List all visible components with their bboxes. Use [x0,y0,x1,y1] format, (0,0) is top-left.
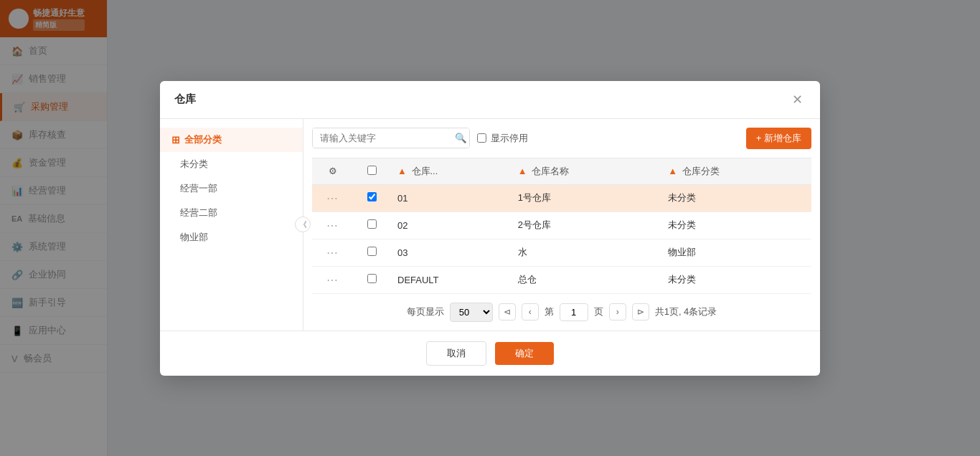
modal-header: 仓库 ✕ [160,81,820,119]
page-unit: 页 [594,305,603,318]
row-dots: ⋯ [312,266,354,293]
row-checkbox-cell [354,184,390,212]
th-gear: ⚙ [312,158,354,184]
pagination: 每页显示 50 100 ⊲ ‹ 第 页 › ⊳ 共1页, 4条记录 [312,303,811,322]
row-checkbox-cell [354,266,390,293]
cancel-button[interactable]: 取消 [426,341,486,366]
category-item-2[interactable]: 经营二部 [160,201,303,225]
row-code: DEFAULT [390,266,511,293]
row-category: 未分类 [661,212,811,239]
search-input-wrap: 🔍 [312,128,470,148]
row-code: 01 [390,184,511,212]
sort-icon-name: ▲ [518,166,527,176]
row-checkbox[interactable] [367,219,377,229]
category-all-label: 全部分类 [184,133,222,146]
modal-footer: 取消 确定 [160,331,820,376]
table-panel: 🔍 显示停用 + 新增仓库 ⚙ [303,119,820,331]
page-prev-button[interactable]: ‹ [522,303,539,320]
add-warehouse-button[interactable]: + 新增仓库 [746,128,811,149]
page-info: 共1页, 4条记录 [655,305,717,318]
table-row[interactable]: ⋯ DEFAULT 总仓 未分类 [312,266,811,293]
close-icon[interactable]: ✕ [788,91,806,108]
row-dots: ⋯ [312,184,354,212]
th-name[interactable]: ▲ 仓库名称 [511,158,661,184]
row-checkbox-cell [354,239,390,266]
search-icon-button[interactable]: 🔍 [448,128,470,148]
table-row[interactable]: ⋯ 01 1号仓库 未分类 [312,184,811,212]
row-name: 2号仓库 [511,212,661,239]
page-first-button[interactable]: ⊲ [499,303,516,320]
row-dots: ⋯ [312,212,354,239]
collapse-panel-button[interactable]: 《 [295,217,311,232]
row-name: 水 [511,239,661,266]
row-code: 03 [390,239,511,266]
table-row[interactable]: ⋯ 02 2号仓库 未分类 [312,212,811,239]
th-checkbox [354,158,390,184]
sort-icon-code: ▲ [397,166,407,176]
th-code[interactable]: ▲ 仓库... [390,158,511,184]
th-category[interactable]: ▲ 仓库分类 [661,158,811,184]
search-input[interactable] [313,128,448,148]
page-label: 第 [545,305,554,318]
row-checkbox-cell [354,212,390,239]
row-name: 1号仓库 [511,184,661,212]
page-next-button[interactable]: › [609,303,626,320]
warehouse-modal: 仓库 ✕ ⊞ 全部分类 未分类 经营一部 经营二部 物业部 《 [160,81,820,376]
per-page-select[interactable]: 50 100 [450,303,493,322]
warehouse-table: ⚙ ▲ 仓库... ▲ 仓库名称 [312,158,811,294]
table-toolbar: 🔍 显示停用 + 新增仓库 [312,128,811,149]
row-checkbox[interactable] [367,247,377,256]
row-dots: ⋯ [312,239,354,266]
modal-body: ⊞ 全部分类 未分类 经营一部 经营二部 物业部 《 🔍 [160,119,820,331]
row-category: 未分类 [661,184,811,212]
row-category: 未分类 [661,266,811,293]
show-disabled-text: 显示停用 [491,132,528,145]
page-last-button[interactable]: ⊳ [632,303,649,320]
confirm-button[interactable]: 确定 [495,342,554,365]
modal-title: 仓库 [174,92,196,106]
show-disabled-checkbox[interactable] [477,133,486,143]
table-head: ⚙ ▲ 仓库... ▲ 仓库名称 [312,158,811,184]
grid-icon: ⊞ [171,134,180,146]
per-page-label: 每页显示 [407,305,444,318]
select-all-checkbox[interactable] [367,166,377,175]
category-item-0[interactable]: 未分类 [160,152,303,176]
show-disabled-label: 显示停用 [477,132,528,145]
sort-icon-category: ▲ [668,166,677,176]
row-checkbox[interactable] [367,192,377,201]
row-code: 02 [390,212,511,239]
row-name: 总仓 [511,266,661,293]
row-category: 物业部 [661,239,811,266]
table-body: ⋯ 01 1号仓库 未分类 ⋯ 02 2号仓库 未分类 ⋯ 03 水 物业部 ⋯… [312,184,811,293]
category-item-3[interactable]: 物业部 [160,225,303,250]
page-input[interactable] [560,303,588,321]
row-checkbox[interactable] [367,274,377,283]
category-all[interactable]: ⊞ 全部分类 [160,128,303,152]
category-item-1[interactable]: 经营一部 [160,176,303,201]
table-container: ⚙ ▲ 仓库... ▲ 仓库名称 [312,158,811,294]
category-panel: ⊞ 全部分类 未分类 经营一部 经营二部 物业部 《 [160,119,303,331]
table-row[interactable]: ⋯ 03 水 物业部 [312,239,811,266]
